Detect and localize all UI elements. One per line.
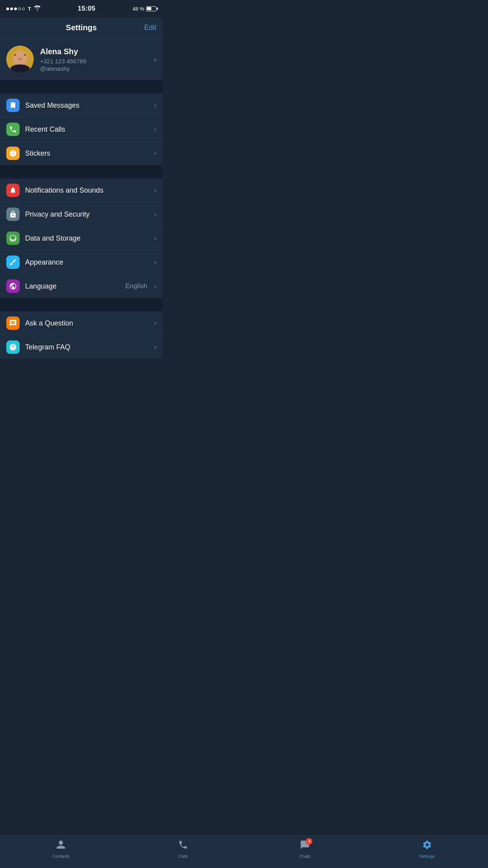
stickers-chevron: › <box>154 150 156 157</box>
section-2: Notifications and Sounds › Privacy and S… <box>0 178 163 298</box>
data-storage-item[interactable]: Data and Storage › <box>0 226 163 250</box>
data-storage-chevron: › <box>154 235 156 242</box>
profile-row[interactable]: Alena Shy +321 123 456789 @alenashy › <box>0 39 163 80</box>
data-storage-label: Data and Storage <box>25 234 149 243</box>
stickers-icon <box>6 147 20 160</box>
saved-messages-label: Saved Messages <box>25 101 149 110</box>
appearance-icon <box>6 256 20 269</box>
signal-dot-1 <box>6 7 9 10</box>
avatar <box>6 46 34 73</box>
stickers-label: Stickers <box>25 149 149 158</box>
faq-icon <box>6 340 20 354</box>
saved-messages-item[interactable]: Saved Messages › <box>0 94 163 118</box>
privacy-item[interactable]: Privacy and Security › <box>0 202 163 226</box>
divider-3 <box>0 298 163 311</box>
notifications-icon <box>6 184 20 197</box>
faq-label: Telegram FAQ <box>25 343 149 351</box>
profile-phone: +321 123 456789 <box>40 58 148 64</box>
section-3: Ask a Question › Telegram FAQ › <box>0 311 163 359</box>
language-item[interactable]: Language English › <box>0 274 163 298</box>
signal-dot-5 <box>22 7 25 10</box>
content: Alena Shy +321 123 456789 @alenashy › Sa… <box>0 39 163 394</box>
notifications-item[interactable]: Notifications and Sounds › <box>0 178 163 202</box>
signal-strength <box>6 7 25 10</box>
faq-item[interactable]: Telegram FAQ › <box>0 335 163 359</box>
signal-dot-4 <box>18 7 21 10</box>
appearance-chevron: › <box>154 259 156 266</box>
status-right: 48 % <box>132 6 156 12</box>
recent-calls-chevron: › <box>154 126 156 133</box>
privacy-icon <box>6 208 20 221</box>
carrier-label: T <box>28 6 31 12</box>
status-time: 15:05 <box>78 5 95 13</box>
battery-percent: 48 % <box>132 6 144 12</box>
ask-question-item[interactable]: Ask a Question › <box>0 311 163 335</box>
nav-bar: Settings Edit <box>0 17 163 39</box>
profile-info: Alena Shy +321 123 456789 @alenashy <box>40 47 148 72</box>
appearance-label: Appearance <box>25 258 149 267</box>
ask-question-label: Ask a Question <box>25 319 149 327</box>
edit-button[interactable]: Edit <box>144 24 156 32</box>
recent-calls-label: Recent Calls <box>25 125 149 134</box>
privacy-label: Privacy and Security <box>25 210 149 219</box>
divider-2 <box>0 165 163 178</box>
notifications-label: Notifications and Sounds <box>25 186 149 195</box>
language-value: English <box>125 282 147 290</box>
page-title: Settings <box>66 23 97 32</box>
signal-dot-3 <box>14 7 17 10</box>
faq-chevron: › <box>154 344 156 351</box>
stickers-item[interactable]: Stickers › <box>0 142 163 165</box>
battery-indicator <box>146 6 156 11</box>
recent-calls-icon <box>6 123 20 136</box>
profile-name: Alena Shy <box>40 47 148 56</box>
profile-chevron: › <box>154 55 156 64</box>
status-left: T <box>6 6 40 12</box>
profile-section: Alena Shy +321 123 456789 @alenashy › <box>0 39 163 80</box>
language-chevron: › <box>154 283 156 290</box>
section-1: Saved Messages › Recent Calls › Stickers… <box>0 94 163 165</box>
ask-question-chevron: › <box>154 320 156 327</box>
language-icon <box>6 280 20 293</box>
saved-messages-chevron: › <box>154 102 156 109</box>
ask-question-icon <box>6 316 20 330</box>
status-bar: T 15:05 48 % <box>0 0 163 17</box>
language-label: Language <box>25 282 120 291</box>
saved-messages-icon <box>6 99 20 112</box>
data-storage-icon <box>6 232 20 245</box>
privacy-chevron: › <box>154 211 156 218</box>
wifi-icon <box>34 6 40 12</box>
profile-username: @alenashy <box>40 65 148 72</box>
divider-1 <box>0 80 163 94</box>
signal-dot-2 <box>10 7 13 10</box>
appearance-item[interactable]: Appearance › <box>0 250 163 274</box>
notifications-chevron: › <box>154 187 156 194</box>
recent-calls-item[interactable]: Recent Calls › <box>0 118 163 142</box>
